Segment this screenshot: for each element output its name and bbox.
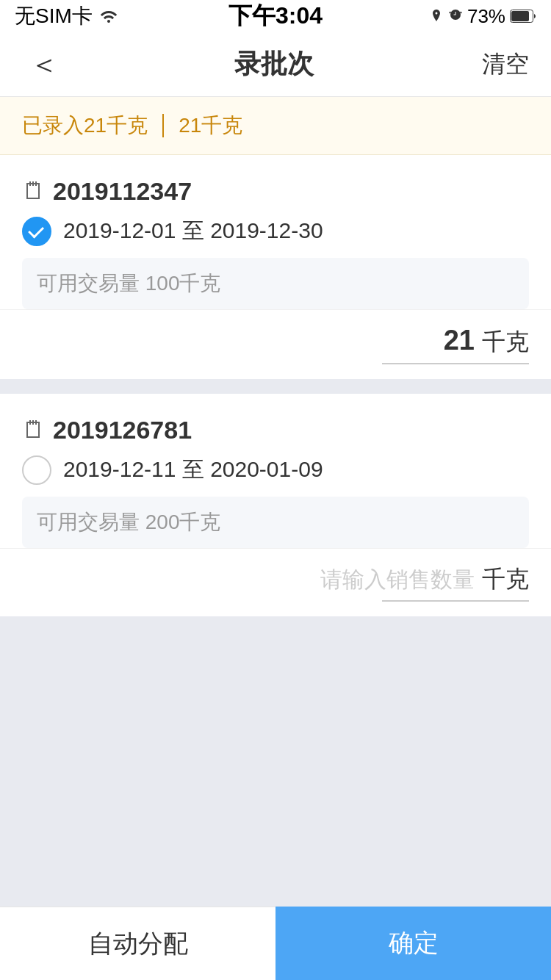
- bottom-bar: 自动分配 确定: [0, 907, 551, 980]
- batch1-amount-unit: 千克: [482, 326, 529, 359]
- batch1-availability-text: 可用交易量 100千克: [37, 272, 221, 295]
- batch2-amount-unit: 千克: [482, 563, 529, 596]
- alarm-icon: [448, 5, 463, 28]
- batch1-date-row: 2019-12-01 至 2019-12-30: [22, 216, 529, 246]
- batch1-amount-row: 21 千克: [0, 309, 551, 379]
- empty-area: [0, 616, 551, 954]
- batch2-date-row: 2019-12-11 至 2020-01-09: [22, 455, 529, 485]
- total-amount: 21千克: [179, 112, 242, 140]
- sim-text: 无SIM卡: [15, 2, 93, 30]
- batch2-date: 2019-12-11 至 2020-01-09: [63, 455, 323, 485]
- batch2-amount-placeholder: 请输入销售数量: [320, 565, 475, 595]
- page-title: 录批次: [234, 46, 314, 82]
- nav-bar: ＜ 录批次 清空: [0, 32, 551, 97]
- status-right: 73%: [429, 5, 536, 28]
- wifi-icon: [98, 4, 119, 28]
- batch1-header: 🗒 2019112347: [22, 177, 529, 206]
- svg-rect-1: [511, 11, 529, 21]
- status-left: 无SIM卡: [15, 2, 119, 30]
- batch1-radio[interactable]: [22, 217, 51, 246]
- location-icon: [429, 5, 444, 28]
- battery-percent: 73%: [467, 5, 505, 28]
- batch-card-1: 🗒 2019112347 2019-12-01 至 2019-12-30 可用交…: [0, 155, 551, 309]
- info-divider: [162, 114, 164, 137]
- batch1-date: 2019-12-01 至 2019-12-30: [63, 216, 323, 246]
- status-bar: 无SIM卡 下午3:04 73%: [0, 0, 551, 32]
- batch2-amount-row: 请输入销售数量 千克: [0, 548, 551, 616]
- batch2-radio[interactable]: [22, 455, 51, 485]
- batch2-availability-text: 可用交易量 200千克: [37, 511, 221, 533]
- clear-button[interactable]: 清空: [482, 48, 529, 81]
- batch2-availability: 可用交易量 200千克: [22, 497, 529, 548]
- info-banner: 已录入21千克 21千克: [0, 97, 551, 155]
- batch1-availability: 可用交易量 100千克: [22, 258, 529, 309]
- confirm-button[interactable]: 确定: [276, 907, 551, 980]
- batch2-icon: 🗒: [22, 417, 46, 444]
- batch2-id: 2019126781: [53, 416, 192, 444]
- section-separator: [0, 379, 551, 394]
- recorded-amount: 已录入21千克: [22, 112, 148, 140]
- auto-distribute-button[interactable]: 自动分配: [0, 907, 276, 980]
- back-button[interactable]: ＜: [22, 37, 66, 92]
- battery-icon: [510, 5, 536, 28]
- batch-card-2: 🗒 2019126781 2019-12-11 至 2020-01-09 可用交…: [0, 394, 551, 548]
- batch1-amount-value: 21: [444, 325, 475, 356]
- batch1-id: 2019112347: [53, 177, 192, 206]
- status-time: 下午3:04: [228, 0, 323, 32]
- batch1-icon: 🗒: [22, 178, 46, 205]
- batch2-header: 🗒 2019126781: [22, 416, 529, 444]
